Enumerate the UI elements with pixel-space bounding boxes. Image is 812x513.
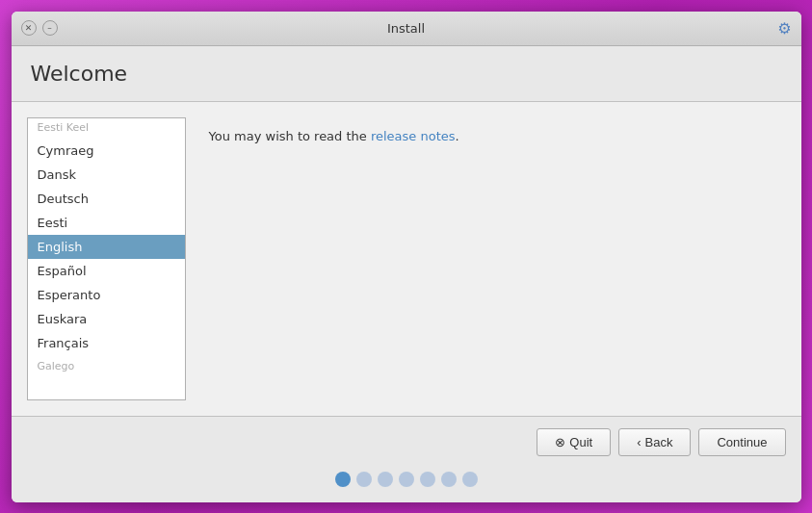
back-chevron-icon: ‹ — [637, 435, 641, 449]
continue-button[interactable]: Continue — [698, 428, 785, 456]
titlebar: ✕ – Install ⚙ — [12, 12, 801, 46]
language-item-english[interactable]: English — [28, 235, 185, 259]
list-item[interactable]: Galego — [28, 355, 185, 377]
back-button[interactable]: ‹ Back — [618, 428, 691, 456]
list-item[interactable]: Français — [28, 331, 185, 355]
release-notes-text: You may wish to read the release notes. — [209, 129, 778, 143]
language-list[interactable]: Eesti Keel Cymraeg Dansk Deutsch Eesti E… — [27, 117, 186, 400]
main-content: You may wish to read the release notes. — [201, 117, 786, 400]
close-button[interactable]: ✕ — [21, 20, 37, 36]
release-notes-link[interactable]: release notes — [371, 129, 456, 143]
continue-label: Continue — [717, 435, 767, 449]
list-item[interactable]: Cymraeg — [28, 139, 185, 163]
list-item[interactable]: Eesti — [28, 211, 185, 235]
welcome-bar: Welcome — [12, 46, 801, 102]
progress-dot-5 — [420, 472, 435, 487]
gear-icon[interactable]: ⚙ — [777, 19, 791, 38]
quit-button[interactable]: ⊗ Quit — [537, 428, 611, 456]
quit-icon: ⊗ — [555, 435, 565, 449]
content-area: Eesti Keel Cymraeg Dansk Deutsch Eesti E… — [12, 102, 801, 416]
button-row: ⊗ Quit ‹ Back Continue — [27, 428, 786, 456]
progress-dot-1 — [335, 472, 351, 487]
minimize-icon: – — [47, 23, 52, 33]
list-item: Eesti Keel — [28, 118, 185, 139]
install-window: ✕ – Install ⚙ Welcome Eesti Keel Cymraeg… — [12, 12, 801, 502]
close-icon: ✕ — [25, 23, 33, 33]
progress-dot-6 — [441, 472, 457, 487]
progress-dots — [27, 468, 786, 491]
titlebar-buttons: ✕ – — [21, 20, 58, 36]
list-item[interactable]: Euskara — [28, 307, 185, 331]
page-title: Welcome — [31, 62, 782, 86]
list-item[interactable]: Esperanto — [28, 283, 185, 307]
progress-dot-2 — [356, 472, 372, 487]
progress-dot-4 — [399, 472, 414, 487]
list-item[interactable]: Deutsch — [28, 187, 185, 211]
minimize-button[interactable]: – — [42, 20, 58, 36]
list-item[interactable]: Español — [28, 259, 185, 283]
window-title: Install — [387, 21, 425, 36]
back-label: Back — [645, 435, 673, 449]
quit-label: Quit — [569, 435, 592, 449]
progress-dot-7 — [462, 472, 478, 487]
bottom-area: ⊗ Quit ‹ Back Continue — [12, 416, 801, 502]
list-item[interactable]: Dansk — [28, 163, 185, 187]
progress-dot-3 — [378, 472, 393, 487]
